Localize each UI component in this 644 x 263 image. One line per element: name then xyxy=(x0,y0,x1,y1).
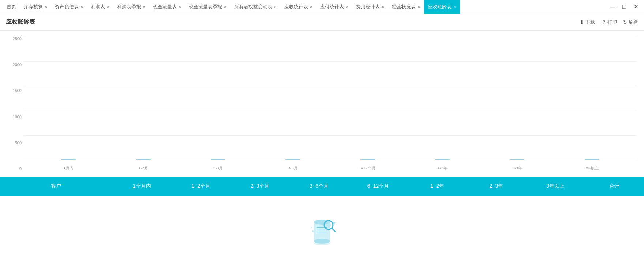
svg-point-10 xyxy=(312,230,314,232)
x-label-1-2month: 1-2月 xyxy=(134,165,153,171)
tab-cashflow-close[interactable]: × xyxy=(179,4,181,9)
maximize-button[interactable]: □ xyxy=(619,2,629,12)
chart-inner: 1月内 1-2月 2-3月 3-6月 6-12个月 1-2年 2-3年 3年以上 xyxy=(24,37,637,171)
col-3plus-year: 3年以上 xyxy=(526,183,585,190)
col-3-6month: 3~6个月 xyxy=(289,183,348,190)
svg-point-8 xyxy=(326,222,331,228)
tab-balance-close[interactable]: × xyxy=(80,4,83,9)
tab-profit[interactable]: 利润表 × xyxy=(87,0,113,14)
bar-1month xyxy=(61,159,76,160)
tab-operations-close[interactable]: × xyxy=(418,4,420,9)
tab-home[interactable]: 首页 xyxy=(3,0,20,14)
bar-2-3year xyxy=(510,159,524,160)
print-button[interactable]: 🖨 打印 xyxy=(601,19,617,26)
header-actions: ⬇ 下载 🖨 打印 ↻ 刷新 xyxy=(580,19,638,26)
bar-group-2-3year xyxy=(510,159,524,160)
tab-inventory[interactable]: 库存核算 × xyxy=(20,0,51,14)
main-content: 2500 2000 1500 1000 500 0 xyxy=(0,31,644,263)
bar-group-1month xyxy=(61,159,76,160)
tab-cashflow-quarter-close[interactable]: × xyxy=(224,4,226,9)
tab-operations[interactable]: 经营状况表 × xyxy=(388,0,424,14)
refresh-icon: ↻ xyxy=(623,19,627,25)
bars-container xyxy=(24,37,637,160)
grid-line-5 xyxy=(24,160,637,160)
tab-ap-stats[interactable]: 应付统计表 × xyxy=(317,0,352,14)
download-icon: ⬇ xyxy=(580,19,584,25)
bar-group-6-12month xyxy=(360,159,375,160)
tab-profit-close[interactable]: × xyxy=(107,4,109,9)
window-controls: — □ ✕ xyxy=(607,2,641,12)
bar-2-3month xyxy=(211,159,225,160)
tab-bar: 首页 库存核算 × 资产负债表 × 利润表 × 利润表季报 × 现金流量表 × … xyxy=(0,0,644,14)
svg-point-3 xyxy=(314,239,330,244)
col-6-12month: 6~12个月 xyxy=(349,183,408,190)
col-1-2month: 1~2个月 xyxy=(171,183,230,190)
svg-point-11 xyxy=(311,227,312,228)
col-2-3month: 2~3个月 xyxy=(231,183,289,190)
chart-wrapper: 2500 2000 1500 1000 500 0 xyxy=(7,37,637,171)
bar-6-12month xyxy=(360,159,375,160)
x-label-2-3year: 2-3年 xyxy=(508,165,526,171)
x-label-3plus-year: 3年以上 xyxy=(583,165,601,171)
y-label-2000: 2000 xyxy=(13,62,22,67)
bar-group-2-3month xyxy=(211,159,225,160)
tab-cashflow[interactable]: 现金流量表 × xyxy=(149,0,185,14)
bar-group-1-2month xyxy=(136,159,151,160)
minimize-button[interactable]: — xyxy=(607,2,618,12)
col-1-2year: 1~2年 xyxy=(408,183,467,190)
tab-inventory-close[interactable]: × xyxy=(45,4,47,9)
col-2-3year: 2~3年 xyxy=(467,183,526,190)
chart-area: 2500 2000 1500 1000 500 0 xyxy=(0,31,644,177)
empty-illustration xyxy=(304,211,340,248)
bar-1-2month xyxy=(136,159,151,160)
tab-ar-stats-close[interactable]: × xyxy=(310,4,312,9)
bar-group-3-6month xyxy=(285,159,300,160)
y-label-1500: 1500 xyxy=(13,88,22,93)
close-button[interactable]: ✕ xyxy=(631,2,641,12)
tab-cashflow-quarter[interactable]: 现金流量表季报 × xyxy=(185,0,231,14)
svg-line-9 xyxy=(332,228,335,232)
table-header: 客户 1个月内 1~2个月 2~3个月 3~6个月 6~12个月 1~2年 2~… xyxy=(0,177,644,196)
tab-ar-stats[interactable]: 应收统计表 × xyxy=(281,0,317,14)
y-label-2500-top: 2500 xyxy=(13,37,22,41)
tab-ap-stats-close[interactable]: × xyxy=(346,4,348,9)
tab-equity[interactable]: 所有者权益变动表 × xyxy=(231,0,281,14)
col-total: 合计 xyxy=(585,183,644,190)
bar-group-3plus-year xyxy=(585,159,599,160)
page-title: 应收账龄表 xyxy=(6,18,35,26)
col-1month: 1个月内 xyxy=(112,183,171,190)
refresh-button[interactable]: ↻ 刷新 xyxy=(623,19,638,26)
tab-ar-aging-close[interactable]: × xyxy=(453,4,456,9)
tab-balance[interactable]: 资产负债表 × xyxy=(51,0,87,14)
print-icon: 🖨 xyxy=(601,19,606,25)
y-label-1000: 1000 xyxy=(13,115,22,119)
bar-3plus-year xyxy=(585,159,599,160)
tab-profit-quarter[interactable]: 利润表季报 × xyxy=(113,0,149,14)
x-label-2-3month: 2-3月 xyxy=(209,165,227,171)
tab-expense[interactable]: 费用统计表 × xyxy=(352,0,388,14)
tab-expense-close[interactable]: × xyxy=(382,4,384,9)
tab-profit-quarter-close[interactable]: × xyxy=(143,4,145,9)
page-header: 应收账龄表 ⬇ 下载 🖨 打印 ↻ 刷新 xyxy=(0,14,644,31)
x-axis-labels: 1月内 1-2月 2-3月 3-6月 6-12个月 1-2年 2-3年 3年以上 xyxy=(24,165,637,171)
y-label-0: 0 xyxy=(19,167,22,171)
x-label-1month: 1月内 xyxy=(59,165,78,171)
tab-equity-close[interactable]: × xyxy=(274,4,277,9)
tab-ar-aging[interactable]: 应收账龄表 × xyxy=(424,0,460,14)
x-label-1-2year: 1-2年 xyxy=(433,165,452,171)
x-label-6-12month: 6-12个月 xyxy=(359,165,377,171)
y-axis: 2500 2000 1500 1000 500 0 xyxy=(7,37,24,171)
y-label-500: 500 xyxy=(15,141,22,145)
bar-3-6month xyxy=(285,159,300,160)
x-label-3-6month: 3-6月 xyxy=(284,165,302,171)
bar-group-1-2year xyxy=(435,159,450,160)
bar-1-2year xyxy=(435,159,450,160)
empty-state xyxy=(0,196,644,263)
download-button[interactable]: ⬇ 下载 xyxy=(580,19,595,26)
col-customer: 客户 xyxy=(0,183,112,190)
